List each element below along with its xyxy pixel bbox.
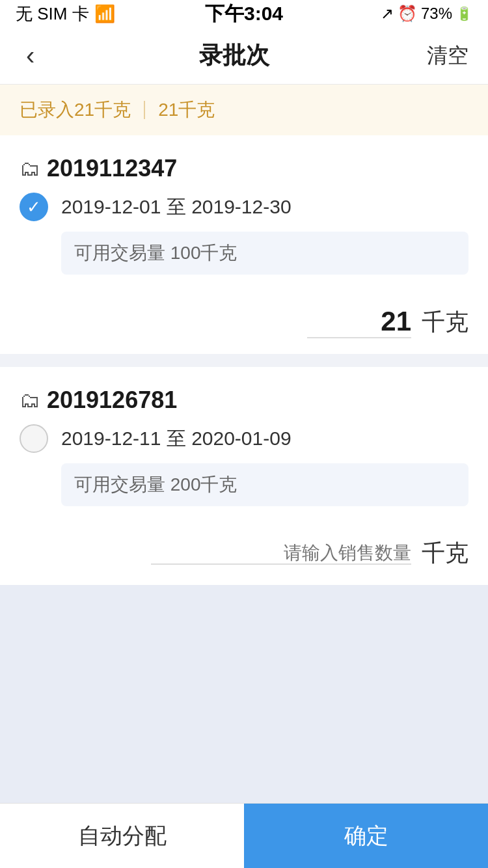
- section-gap: [0, 354, 488, 367]
- batch2-qty-row: 千克: [0, 522, 488, 585]
- summary-divider: [144, 101, 145, 119]
- clear-button[interactable]: 清空: [427, 42, 468, 70]
- status-time: 下午3:04: [205, 1, 283, 27]
- bottom-bar: 自动分配 确定: [0, 803, 488, 868]
- batch1-date: 2019-12-01 至 2019-12-30: [61, 194, 291, 221]
- wifi-icon: 📶: [94, 4, 115, 24]
- carrier-label: 无 SIM 卡: [16, 3, 89, 25]
- alarm-icon: ⏰: [398, 5, 417, 23]
- status-left: 无 SIM 卡 📶: [16, 3, 115, 25]
- batch1-header: 🗂 2019112347: [20, 155, 468, 182]
- summary-recorded: 已录入21千克: [20, 98, 131, 122]
- batch1-qty-unit: 千克: [422, 306, 468, 338]
- batch2-id: 2019126781: [47, 387, 177, 414]
- batch1-card: 🗂 2019112347 ✓ 2019-12-01 至 2019-12-30 可…: [0, 135, 488, 290]
- batch1-qty-wrapper: [20, 306, 411, 338]
- summary-banner: 已录入21千克 21千克: [0, 85, 488, 135]
- batch2-icon: 🗂: [20, 388, 40, 413]
- batch2-date-row: 2019-12-11 至 2020-01-09: [20, 424, 468, 453]
- batch2-radio[interactable]: [20, 424, 48, 453]
- confirm-button[interactable]: 确定: [244, 804, 488, 868]
- checkmark-icon: ✓: [27, 197, 41, 217]
- location-icon: ↗: [381, 5, 394, 23]
- batch1-qty-row: 千克: [0, 290, 488, 354]
- status-bar: 无 SIM 卡 📶 下午3:04 ↗ ⏰ 73% 🔋: [0, 0, 488, 27]
- batch2-header: 🗂 2019126781: [20, 387, 468, 414]
- batch2-date: 2019-12-11 至 2020-01-09: [61, 426, 291, 452]
- batch2-card: 🗂 2019126781 2019-12-11 至 2020-01-09 可用交…: [0, 367, 488, 522]
- battery-icon: 🔋: [456, 6, 472, 21]
- batch1-id: 2019112347: [47, 155, 177, 182]
- batch1-date-row: ✓ 2019-12-01 至 2019-12-30: [20, 193, 468, 221]
- page-title: 录批次: [199, 40, 269, 72]
- auto-distribute-button[interactable]: 自动分配: [0, 804, 244, 868]
- batch1-qty-input[interactable]: [307, 306, 411, 338]
- status-right: ↗ ⏰ 73% 🔋: [381, 5, 472, 23]
- batch2-avail: 可用交易量 200千克: [61, 463, 468, 506]
- back-button[interactable]: ‹: [20, 34, 41, 77]
- nav-bar: ‹ 录批次 清空: [0, 27, 488, 85]
- summary-total: 21千克: [158, 98, 215, 122]
- batch2-qty-input[interactable]: [151, 543, 411, 565]
- bottom-spacer: [0, 585, 488, 832]
- batch1-icon: 🗂: [20, 157, 40, 181]
- batch2-qty-wrapper: [20, 543, 411, 565]
- batch1-avail: 可用交易量 100千克: [61, 232, 468, 275]
- batch2-qty-unit: 千克: [422, 537, 468, 569]
- batch1-radio[interactable]: ✓: [20, 193, 48, 221]
- content-area: 🗂 2019112347 ✓ 2019-12-01 至 2019-12-30 可…: [0, 135, 488, 868]
- battery-label: 73%: [421, 5, 452, 23]
